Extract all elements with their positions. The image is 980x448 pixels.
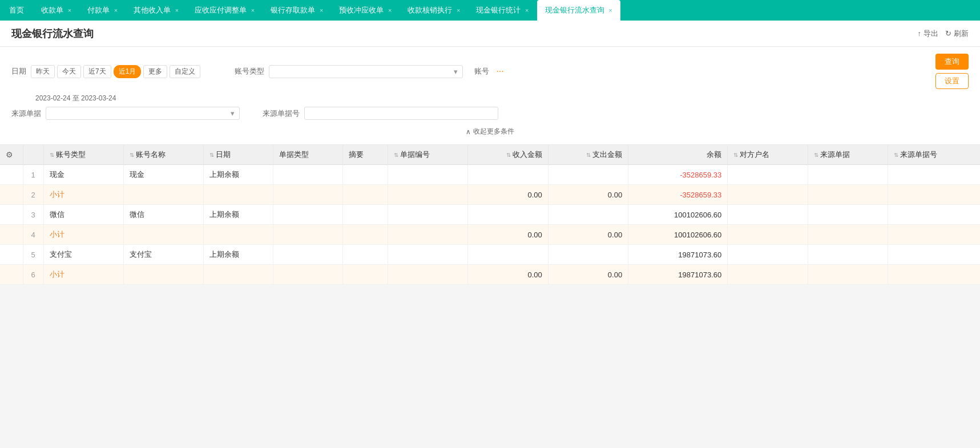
collapse-bar[interactable]: ∧ 收起更多条件 <box>11 124 969 138</box>
nav-tab-收款单[interactable]: 收款单 × <box>33 0 79 21</box>
col-balance: 余额 <box>628 145 728 165</box>
date-btn-custom[interactable]: 自定义 <box>170 65 200 78</box>
row-counterpart <box>728 245 808 265</box>
nav-home[interactable]: 首页 <box>0 0 33 21</box>
col-doc-type: 单据类型 <box>273 145 343 165</box>
date-btn-7days[interactable]: 近7天 <box>83 65 111 78</box>
row-doc-no <box>388 245 467 265</box>
gear-icon[interactable]: ⚙ <box>6 150 13 159</box>
nav-tab-其他收入单[interactable]: 其他收入单 × <box>126 0 187 21</box>
col-doc-no[interactable]: ⇅单据编号 <box>388 145 467 165</box>
row-account-name: 支付宝 <box>123 245 203 265</box>
row-source-doc <box>808 185 888 205</box>
close-icon[interactable]: × <box>608 7 612 14</box>
date-btn-yesterday[interactable]: 昨天 <box>31 65 55 78</box>
date-btn-today[interactable]: 今天 <box>57 65 81 78</box>
row-source-doc-no <box>888 225 980 245</box>
close-icon[interactable]: × <box>68 7 71 14</box>
row-balance: 100102606.60 <box>628 205 728 225</box>
col-source-doc-no[interactable]: ⇅来源单据号 <box>888 145 980 165</box>
row-source-doc <box>808 165 888 185</box>
settings-button[interactable]: 设置 <box>935 73 969 89</box>
col-account-type[interactable]: ⇅账号类型 <box>43 145 123 165</box>
header-actions: ↑ 导出 ↻ 刷新 <box>918 29 969 39</box>
row-num: 5 <box>23 245 43 265</box>
data-table: ⚙ ⇅账号类型 ⇅账号名称 ⇅日期 单据类型 摘要 ⇅单据编号 ⇅收入金额 ⇅支… <box>0 145 980 285</box>
date-btn-more[interactable]: 更多 <box>143 65 167 78</box>
export-button[interactable]: ↑ 导出 <box>918 29 939 39</box>
row-income <box>468 245 548 265</box>
row-account-name <box>123 265 203 285</box>
account-more-button[interactable]: ··· <box>494 66 506 76</box>
date-options: 昨天 今天 近7天 近1月 更多 自定义 <box>31 65 200 78</box>
date-filter-group: 日期 昨天 今天 近7天 近1月 更多 自定义 <box>11 65 200 78</box>
col-account-name[interactable]: ⇅账号名称 <box>123 145 203 165</box>
row-settings-cell <box>0 265 23 285</box>
page-header: 现金银行流水查询 ↑ 导出 ↻ 刷新 <box>0 21 980 47</box>
row-doc-no <box>388 185 467 205</box>
row-account-type: 小计 <box>43 265 123 285</box>
row-summary <box>343 245 388 265</box>
row-date: 上期余额 <box>204 205 273 225</box>
chevron-down-icon-2: ▾ <box>231 109 235 118</box>
nav-tab-现金银行统计[interactable]: 现金银行统计 × <box>468 0 537 21</box>
date-range-display: 2023-02-24 至 2023-03-24 <box>33 94 969 103</box>
close-icon[interactable]: × <box>525 7 529 14</box>
account-type-select[interactable]: ▾ <box>269 65 463 78</box>
col-date[interactable]: ⇅日期 <box>204 145 273 165</box>
row-counterpart <box>728 205 808 225</box>
row-num: 6 <box>23 265 43 285</box>
query-button[interactable]: 查询 <box>935 54 969 70</box>
row-date <box>204 185 273 205</box>
row-num: 3 <box>23 205 43 225</box>
table-row: 3 微信 微信 上期余额 100102606.60 <box>0 205 980 225</box>
source-doc-select[interactable]: ▾ <box>46 107 240 120</box>
col-num <box>23 145 43 165</box>
row-settings-cell <box>0 245 23 265</box>
nav-tab-现金银行流水查询[interactable]: 现金银行流水查询 × <box>537 0 620 21</box>
table-row: 6 小计 0.00 0.00 19871073.60 <box>0 265 980 285</box>
date-label: 日期 <box>11 66 26 76</box>
row-account-type: 微信 <box>43 205 123 225</box>
row-summary <box>343 205 388 225</box>
nav-tab-银行存取款单[interactable]: 银行存取款单 × <box>263 0 331 21</box>
row-settings-cell <box>0 225 23 245</box>
date-btn-1month[interactable]: 近1月 <box>114 65 142 78</box>
close-icon[interactable]: × <box>457 7 460 14</box>
source-doc-no-filter-group: 来源单据号 <box>263 107 498 120</box>
col-income[interactable]: ⇅收入金额 <box>468 145 548 165</box>
nav-tab-应收应付调整单[interactable]: 应收应付调整单 × <box>187 0 263 21</box>
row-source-doc-no <box>888 185 980 205</box>
close-icon[interactable]: × <box>251 7 255 14</box>
row-expense: 0.00 <box>548 265 628 285</box>
refresh-button[interactable]: ↻ 刷新 <box>945 29 969 39</box>
row-account-type: 支付宝 <box>43 245 123 265</box>
row-doc-no <box>388 265 467 285</box>
close-icon[interactable]: × <box>175 7 179 14</box>
row-date <box>204 265 273 285</box>
col-expense[interactable]: ⇅支出金额 <box>548 145 628 165</box>
close-icon[interactable]: × <box>388 7 392 14</box>
nav-tab-预收冲应收单[interactable]: 预收冲应收单 × <box>331 0 400 21</box>
row-income <box>468 165 548 185</box>
row-income <box>468 205 548 225</box>
row-date: 上期余额 <box>204 165 273 185</box>
nav-tab-付款单[interactable]: 付款单 × <box>79 0 126 21</box>
row-num: 4 <box>23 225 43 245</box>
col-source-doc[interactable]: ⇅来源单据 <box>808 145 888 165</box>
row-settings-cell <box>0 205 23 225</box>
source-doc-no-input[interactable] <box>304 107 498 120</box>
col-counterpart[interactable]: ⇅对方户名 <box>728 145 808 165</box>
row-source-doc <box>808 245 888 265</box>
row-settings-cell <box>0 165 23 185</box>
source-doc-label: 来源单据 <box>11 108 41 119</box>
account-filter-group: 账号 ··· <box>474 66 506 76</box>
row-source-doc-no <box>888 245 980 265</box>
table-header-row: ⚙ ⇅账号类型 ⇅账号名称 ⇅日期 单据类型 摘要 ⇅单据编号 ⇅收入金额 ⇅支… <box>0 145 980 165</box>
close-icon[interactable]: × <box>114 7 118 14</box>
close-icon[interactable]: × <box>320 7 323 14</box>
nav-tab-收款核销执行[interactable]: 收款核销执行 × <box>400 0 468 21</box>
source-doc-no-label: 来源单据号 <box>263 108 300 119</box>
date-range-text: 2023-02-24 至 2023-03-24 <box>35 94 116 102</box>
row-source-doc-no <box>888 165 980 185</box>
